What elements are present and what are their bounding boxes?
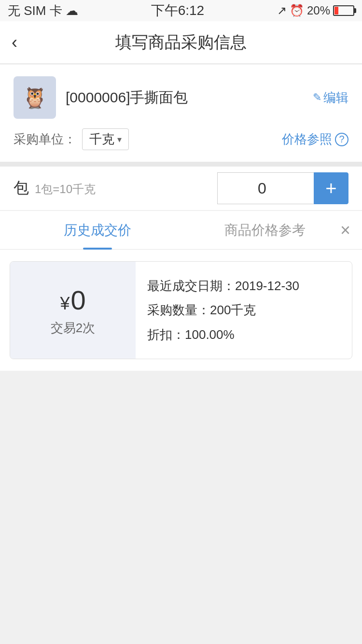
tab-close-button[interactable]: × bbox=[340, 220, 350, 240]
product-image: 🦉 bbox=[14, 76, 56, 119]
tab-price-reference[interactable]: 商品价格参考 bbox=[181, 211, 348, 250]
history-card-left: ¥ 0 交易2次 bbox=[10, 262, 136, 359]
main-content-area bbox=[0, 371, 362, 644]
edit-button[interactable]: ✎ 编辑 bbox=[313, 89, 348, 106]
unit-row: 采购单位： 千克 ▾ bbox=[14, 128, 129, 150]
product-card: 🦉 [0000006]手撕面包 ✎ 编辑 采购单位： 千克 ▾ 价格参照 ? bbox=[0, 65, 362, 162]
battery-fill bbox=[334, 7, 338, 14]
location-icon: ↗ bbox=[277, 4, 287, 17]
section-divider bbox=[0, 162, 362, 167]
battery-percent: 20% bbox=[307, 4, 330, 17]
quantity-increment-button[interactable]: + bbox=[314, 172, 348, 204]
currency-symbol: ¥ bbox=[60, 294, 70, 314]
status-time: 下午6:12 bbox=[151, 1, 205, 20]
edit-label: 编辑 bbox=[323, 89, 348, 106]
status-bar: 无 SIM 卡 ☁ 下午6:12 ↗ ⏰ 20% bbox=[0, 0, 362, 21]
battery-icon bbox=[333, 5, 354, 16]
unit-label: 采购单位： bbox=[14, 131, 76, 148]
product-id: [0000006]手撕面包 bbox=[66, 89, 188, 105]
product-top-row: 🦉 [0000006]手撕面包 ✎ 编辑 bbox=[14, 76, 348, 119]
unit-select-value: 千克 bbox=[89, 131, 114, 148]
tab-panel: 历史成交价 商品价格参考 × ¥ 0 交易2次 最近成交日期：2019-12-3… bbox=[0, 211, 362, 371]
status-left: 无 SIM 卡 ☁ bbox=[8, 2, 78, 19]
page-title: 填写商品采购信息 bbox=[115, 31, 247, 54]
chevron-down-icon: ▾ bbox=[117, 134, 122, 145]
history-price-display: ¥ 0 bbox=[60, 284, 85, 316]
quantity-input-group: + bbox=[217, 172, 348, 204]
product-id-text: [0000006] bbox=[66, 89, 130, 105]
history-card: ¥ 0 交易2次 最近成交日期：2019-12-30 采购数量：200千克 折扣… bbox=[10, 261, 352, 359]
price-ref-label: 价格参照 bbox=[282, 131, 332, 148]
quantity-label-group: 包 1包=10千克 bbox=[14, 178, 96, 199]
edit-icon: ✎ bbox=[313, 91, 321, 104]
tab-history-label: 历史成交价 bbox=[64, 221, 131, 239]
status-right: ↗ ⏰ 20% bbox=[277, 4, 354, 17]
page-header: ‹ 填写商品采购信息 bbox=[0, 21, 362, 64]
price-reference-button[interactable]: 价格参照 ? bbox=[282, 131, 348, 148]
recent-date-row: 最近成交日期：2019-12-30 bbox=[147, 277, 340, 294]
tab-price-ref-label: 商品价格参考 bbox=[224, 221, 306, 239]
sim-label: 无 SIM 卡 ☁ bbox=[8, 2, 78, 19]
unit-select-dropdown[interactable]: 千克 ▾ bbox=[82, 128, 129, 150]
product-name-text: 手撕面包 bbox=[130, 89, 188, 105]
quantity-unit-label: 包 bbox=[14, 178, 29, 199]
quantity-row: 包 1包=10千克 + bbox=[0, 167, 362, 210]
tab-header: 历史成交价 商品价格参考 × bbox=[0, 211, 362, 250]
price-ref-help-icon: ? bbox=[335, 133, 348, 146]
product-thumbnail-icon: 🦉 bbox=[22, 86, 47, 110]
quantity-input[interactable] bbox=[217, 172, 314, 204]
trade-count: 交易2次 bbox=[51, 320, 95, 336]
product-bottom-row: 采购单位： 千克 ▾ 价格参照 ? bbox=[14, 128, 348, 150]
tab-history-price[interactable]: 历史成交价 bbox=[14, 211, 181, 250]
quantity-conversion-label: 1包=10千克 bbox=[35, 182, 96, 197]
alarm-icon: ⏰ bbox=[290, 4, 304, 17]
back-icon: ‹ bbox=[12, 32, 17, 52]
purchase-qty-row: 采购数量：200千克 bbox=[147, 301, 340, 319]
price-value: 0 bbox=[70, 284, 85, 316]
product-name-container: [0000006]手撕面包 bbox=[66, 88, 188, 108]
product-left: 🦉 [0000006]手撕面包 bbox=[14, 76, 188, 119]
back-button[interactable]: ‹ bbox=[12, 32, 17, 53]
tab-content: ¥ 0 交易2次 最近成交日期：2019-12-30 采购数量：200千克 折扣… bbox=[0, 250, 362, 371]
discount-row: 折扣：100.00% bbox=[147, 326, 340, 343]
history-card-right: 最近成交日期：2019-12-30 采购数量：200千克 折扣：100.00% bbox=[136, 262, 352, 359]
